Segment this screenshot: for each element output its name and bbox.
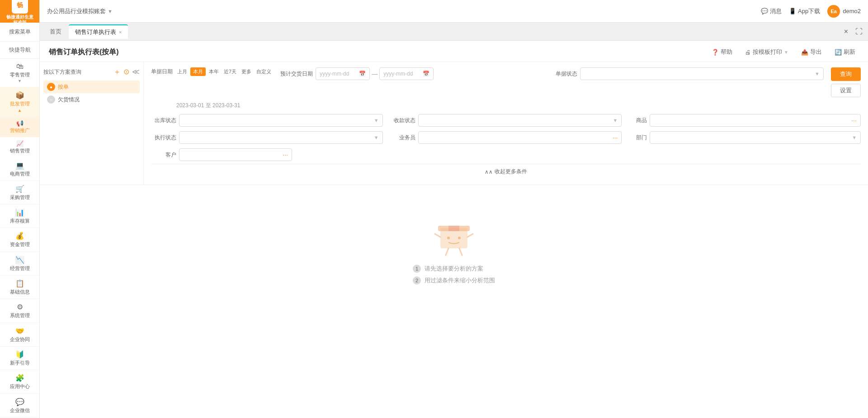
doc-date-label: 单据日期 <box>151 68 173 76</box>
app-download-icon: 📱 <box>789 8 796 14</box>
shortcut-more[interactable]: 更多 <box>240 67 253 76</box>
filter-doc-date: 单据日期 上月 本月 本年 近7天 更多 自定义 <box>151 67 273 76</box>
customer-label: 客户 <box>151 151 176 159</box>
exec-status-select[interactable]: ▼ <box>179 131 383 144</box>
shortcut-this-month[interactable]: 本月 <box>190 67 206 76</box>
ecommerce-icon: 💻 <box>15 161 24 170</box>
sidebar-item-purchase-label: 采购管理 <box>10 194 30 200</box>
message-action[interactable]: 💬 消息 <box>761 7 782 15</box>
filter-doc-status: 单据状态 ▼ <box>556 67 824 80</box>
delivery-chevron-icon: ▼ <box>374 118 379 123</box>
sidebar-item-retail[interactable]: 🛍 零售管理 ▼ <box>0 59 39 87</box>
tab-close-icon[interactable]: × <box>119 29 122 35</box>
appstore-icon: 🧩 <box>15 374 24 382</box>
sidebar-item-enterprise[interactable]: 🤝 企业协同 <box>0 323 39 347</box>
filter-expected-date: 预计交货日期 yyyy-mm-dd 📅 — yyyy-mm-dd 📅 <box>280 67 548 80</box>
sidebar-item-basic[interactable]: 📋 基础信息 <box>0 276 39 299</box>
sidebar-item-system[interactable]: ⚙ 系统管理 <box>0 299 39 323</box>
quick-nav-label[interactable]: 快捷导航 <box>0 44 39 56</box>
customer-more-icon[interactable]: ··· <box>283 151 288 158</box>
payment-status-select[interactable]: ▼ <box>418 114 622 127</box>
submenu-item-marketing[interactable]: 📢 营销推广 <box>0 117 39 137</box>
sidebar-quick-nav: 快捷导航 <box>0 42 39 59</box>
sidebar-item-finance-label: 资金管理 <box>10 241 30 247</box>
empty-state: 1 请先选择要分析的方案 2 用过滤条件来缩小分析范围 <box>40 185 868 321</box>
avatar-text: Ea <box>831 9 837 14</box>
refresh-icon: 🔄 <box>835 49 842 56</box>
sidebar-item-appstore[interactable]: 🧩 应用中心 <box>0 370 39 394</box>
exec-chevron-icon: ▼ <box>374 135 379 140</box>
app-logo-text: 畅捷通好生意 <box>6 14 33 20</box>
industry-label: 办公用品行业模拟账套 <box>47 7 106 15</box>
salesman-more-icon[interactable]: ··· <box>613 134 618 141</box>
tab-expand-button[interactable]: ⛶ <box>854 26 864 38</box>
sidebar-item-wechat[interactable]: 💬 企业微信 <box>0 394 39 418</box>
dept-label: 部门 <box>629 134 647 142</box>
filter-payment-status: 收款状态 ▼ <box>390 114 622 127</box>
tab-home[interactable]: 首页 <box>43 24 68 39</box>
print-button[interactable]: 🖨 按模板打印 ▼ <box>741 46 792 58</box>
plan-add-icon[interactable]: ＋ <box>113 67 121 77</box>
app-logo[interactable]: 畅 畅捷通好生意 标准版 <box>0 0 39 23</box>
sidebar-item-finance[interactable]: 💰 资金管理 <box>0 228 39 252</box>
goods-more-icon[interactable]: ··· <box>851 117 857 124</box>
settings-button[interactable]: 设置 <box>831 84 861 97</box>
enterprise-icon: 🤝 <box>15 327 24 335</box>
collapse-icon: ∧∧ <box>485 169 493 175</box>
sidebar-item-wholesale[interactable]: 📦 批发管理 ▲ <box>0 87 39 116</box>
delivery-status-select[interactable]: ▼ <box>179 114 383 127</box>
date-range-text: 2023-03-01 至 2023-03-31 <box>176 102 240 109</box>
print-label: 按模板打印 <box>753 48 782 56</box>
refresh-button[interactable]: 🔄 刷新 <box>831 46 859 58</box>
tab-close-all-button[interactable]: × <box>842 26 850 38</box>
date-end-placeholder: yyyy-mm-dd <box>383 71 413 77</box>
plan-item-order[interactable]: ● 按单 <box>43 81 140 93</box>
collapse-more-button[interactable]: ∧∧ 收起更多条件 <box>151 164 861 179</box>
wholesale-submenu: 📢 营销推广 📈 销售管理 <box>0 117 39 157</box>
expected-date-end[interactable]: yyyy-mm-dd 📅 <box>379 67 434 80</box>
page-title: 销售订单执行表(按单) <box>49 48 119 57</box>
query-button[interactable]: 查询 <box>831 67 861 81</box>
salesman-input[interactable]: ··· <box>418 131 622 144</box>
plan-debt-label: 欠货情况 <box>58 96 80 104</box>
tab-sales-order[interactable]: 销售订单执行表 × <box>69 24 128 39</box>
sidebar-search-label[interactable]: 搜索菜单 <box>0 26 39 38</box>
submenu-sales-label: 销售管理 <box>10 147 30 154</box>
app-download-action[interactable]: 📱 App下载 <box>789 7 820 15</box>
goods-input[interactable]: ··· <box>650 114 861 127</box>
tab-home-label: 首页 <box>50 28 61 36</box>
submenu-item-sales[interactable]: 📈 销售管理 <box>0 137 39 157</box>
doc-status-select[interactable]: ▼ <box>580 67 824 80</box>
wechat-icon: 💬 <box>15 398 24 406</box>
sidebar-item-newbie[interactable]: 🔰 新手引导 <box>0 347 39 370</box>
plan-item-debt[interactable]: ○ 欠货情况 <box>43 93 140 106</box>
help-button[interactable]: ❓ 帮助 <box>708 46 736 58</box>
tip-num-2: 2 <box>413 276 421 285</box>
message-icon: 💬 <box>761 8 768 14</box>
export-button[interactable]: 📤 导出 <box>797 46 826 58</box>
industry-selector[interactable]: 办公用品行业模拟账套 ▼ <box>47 7 113 15</box>
expected-date-start[interactable]: yyyy-mm-dd 📅 <box>316 67 370 80</box>
sidebar-item-appstore-label: 应用中心 <box>10 383 30 390</box>
sidebar-item-purchase[interactable]: 🛒 采购管理 <box>0 181 39 204</box>
plan-collapse-icon[interactable]: ≪ <box>132 67 140 77</box>
sidebar-item-ecommerce[interactable]: 💻 电商管理 <box>0 157 39 181</box>
basic-icon: 📋 <box>15 279 24 288</box>
date-shortcuts: 上月 本月 本年 近7天 更多 自定义 <box>175 67 273 76</box>
sidebar-item-inventory[interactable]: 📊 库存核算 <box>0 204 39 228</box>
customer-input[interactable]: ··· <box>179 148 292 161</box>
shortcut-7days[interactable]: 近7天 <box>222 67 238 76</box>
main-area: 办公用品行业模拟账套 ▼ 💬 消息 📱 App下载 Ea demo2 首页 <box>40 0 868 418</box>
expected-date-label: 预计交货日期 <box>280 70 313 78</box>
sidebar-item-operation[interactable]: 📉 经营管理 <box>0 252 39 276</box>
shortcut-this-year[interactable]: 本年 <box>207 67 221 76</box>
user-profile-action[interactable]: Ea demo2 <box>827 5 861 18</box>
dept-select[interactable]: ▼ <box>650 131 861 144</box>
shortcut-custom[interactable]: 自定义 <box>255 67 273 76</box>
tip-text-1: 请先选择要分析的方案 <box>425 265 483 273</box>
sidebar-item-inventory-label: 库存核算 <box>10 218 30 224</box>
shortcut-last-month[interactable]: 上月 <box>175 67 189 76</box>
plan-settings-icon[interactable]: ⊙ <box>123 67 129 77</box>
user-name: demo2 <box>843 8 861 14</box>
sidebar-item-wechat-label: 企业微信 <box>10 407 30 413</box>
